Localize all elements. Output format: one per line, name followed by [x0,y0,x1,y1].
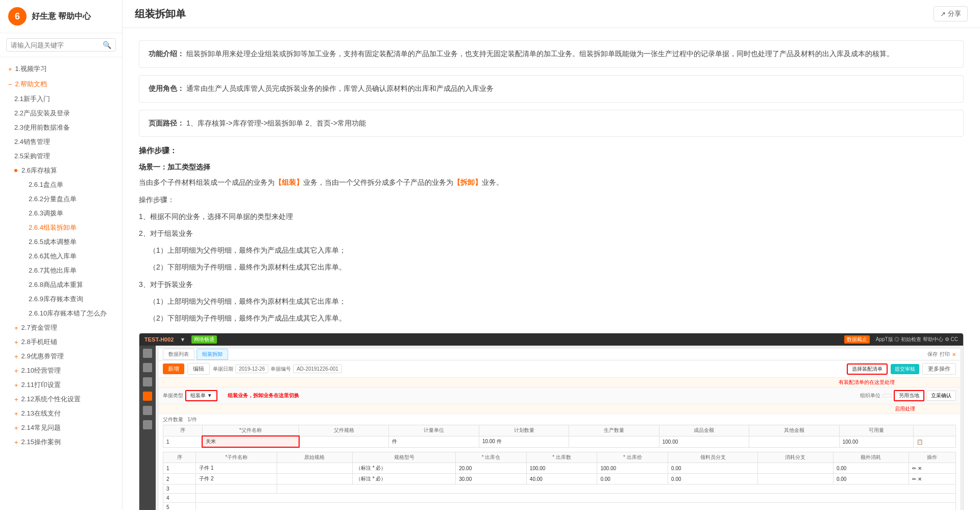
sidebar-item-2-14[interactable]: + 2.14常见问题 [14,421,122,435]
mock-type-select[interactable]: 组装单 ▼ [185,390,217,401]
sidebar-item-2-6-3[interactable]: 2.6.3调拨单 [29,206,122,221]
mock-lth-8: 消耗分支 [757,452,833,463]
mock-header-right: AppT版 ◎ 初始检查 帮助中心 ⚙ CC [876,336,958,343]
sidebar-item-2-3-label: 2.3使用前数据准备 [14,123,70,132]
mock-tab-detail: 组装拆卸 [197,349,228,360]
sidebar-item-2-6-label: 2.6库存核算 [21,166,57,175]
sidebar-item-2-6-5[interactable]: 2.6.5成本调整单 [29,235,122,249]
mock-lrow1-1: 子件 1 [196,463,277,474]
mock-type-val: 组装单 [190,393,206,398]
sidebar-item-2-6-8[interactable]: 2.6.8商品成本重算 [29,278,122,292]
mock-icon-2 [143,363,152,372]
sidebar-item-1[interactable]: + 1.视频学习 [0,61,122,77]
logo-text: 好生意 帮助中心 [32,11,91,22]
page-title: 组装拆卸单 [135,7,186,21]
mock-lower-table: 序 *子件名称 原始规格 规格型号 * 出库仓 * 出库数 * 出库价 领料员分… [163,452,956,510]
sidebar-item-2-3[interactable]: 2.3使用前数据准备 [14,120,122,135]
mock-btn-new[interactable]: 新增 [163,363,184,374]
role-label: 使用角色： [149,84,184,92]
mock-app-id: TEST-H002 [144,336,174,343]
sidebar-item-2-6-7[interactable]: 2.6.7其他出库单 [29,263,122,278]
mock-annotation-row2: 启用处理 [159,404,960,414]
share-icon: ↗ [940,10,946,18]
mock-lrow2-5: 40.00 [526,474,597,484]
mock-icon-1 [143,349,152,358]
mock-org-val [883,394,892,397]
mock-lrow1-7: 0.00 [668,463,758,474]
intro-label: 功能介绍： [149,50,184,58]
sidebar-item-2-12[interactable]: + 2.12系统个性化设置 [14,392,122,406]
mock-btn-more[interactable]: 更多操作 [922,363,956,375]
mock-lrow2-2 [277,474,353,484]
mock-th-4: 计划数量 [479,425,569,436]
mock-upper-table-area: 父件数量 1/件 序 *父件名称 父件规格 计量单位 计划数量 生产数量 [159,414,960,450]
mock-tab-row: 数据列表 组装拆卸 保存 打印 ✕ [159,349,960,360]
role-block: 使用角色： 通常由生产人员或库管人员完成拆装业务的操作，库管人员确认原材料的出库… [139,75,964,103]
sidebar-item-2-6-2-label: 2.6.2分量盘点单 [29,195,77,204]
search-input[interactable] [11,41,103,49]
mock-icon-5 [143,406,152,415]
mock-icon-3 [143,377,152,386]
path-text: 1、库存核算->库存管理->组装拆卸单 2、首页->常用功能 [186,119,366,127]
sidebar-item-2-11[interactable]: + 2.11打印设置 [14,378,122,392]
mock-th-2: 父件规格 [299,425,389,436]
expand-icon-2-15: + [14,439,18,446]
sidebar-item-2-6-10[interactable]: 2.6.10库存账本错了怎么办 [29,306,122,321]
sidebar-item-2-6-2[interactable]: 2.6.2分量盘点单 [29,192,122,206]
sidebar-item-2-2[interactable]: 2.2产品安装及登录 [14,106,122,120]
sidebar-item-2-4[interactable]: 2.4销售管理 [14,135,122,149]
search-area: 🔍 [0,33,122,57]
mock-lower-table-area: 序 *子件名称 原始规格 规格型号 * 出库仓 * 出库数 * 出库价 领料员分… [159,450,960,510]
mock-btn-edit[interactable]: 编辑 [187,363,210,375]
logo-area: 6 好生意 帮助中心 [0,0,122,33]
sidebar-item-2-7-label: 2.7资金管理 [21,323,57,332]
mock-btn-confirm[interactable]: 立采确认 [926,391,956,401]
mock-lrow1-9: 0.00 [833,463,909,474]
mock-lower-row-1: 1 子件 1 （标注 * 必） 20.00 100.00 100.00 0.00 [163,463,956,474]
mock-tab-actions: 保存 打印 ✕ [927,351,956,358]
annotation-enable: 启用处理 [895,405,915,412]
mock-lrow1-0: 1 [163,463,196,474]
sidebar-item-2-1[interactable]: 2.1新手入门 [14,92,122,106]
sidebar-item-2-15[interactable]: + 2.15操作案例 [14,435,122,449]
mock-btn-submit[interactable]: 提交审核 [891,364,919,374]
sidebar-item-2-7[interactable]: + 2.7资金管理 [14,321,122,335]
sidebar-item-2-2-label: 2.2产品安装及登录 [14,109,70,118]
sidebar-item-2-6[interactable]: 2.6库存核算 [14,163,122,178]
mock-th-1: *父件名称 [202,425,299,436]
sidebar-item-2[interactable]: − 2.帮助文档 [0,77,122,92]
ops-title: 操作步骤： [139,146,964,156]
mock-lower-row-2: 2 子件 2 （标注 * 必） 30.00 40.00 0.00 0.00 [163,474,956,484]
sidebar-item-2-6-4[interactable]: 2.6.4组装拆卸单 [29,221,122,235]
mock-th-3: 计量单位 [389,425,479,436]
sidebar-item-1-label: 1.视频学习 [15,64,47,74]
mock-assembly-select: 选择装配清单 [847,363,888,375]
mock-action-save: 保存 [927,351,938,358]
sidebar-item-2-11-label: 2.11打印设置 [21,380,61,390]
sidebar-item-2-6-6[interactable]: 2.6.6其他入库单 [29,249,122,263]
sidebar-item-2-10[interactable]: + 2.10经营管理 [14,363,122,378]
sidebar-item-2-5[interactable]: 2.5采购管理 [14,149,122,163]
mock-type-arrow: ▼ [207,393,212,398]
mock-lrow1-4: 20.00 [456,463,527,474]
mock-lrow2-1: 子件 2 [196,474,277,484]
share-button[interactable]: ↗ 分享 [934,6,968,21]
mock-billno-val: AD-20191226-001 [293,365,342,373]
mock-upper-td-unit: 件 [389,436,479,447]
scene1-desc: 当由多个子件材料组装成一个成品的业务为【组装】业务，当由一个父件拆分成多个子产品… [139,176,964,189]
mock-lrow2-10: ✏ ✕ [909,474,955,484]
search-icon[interactable]: 🔍 [103,41,111,49]
step1: 1、根据不同的业务，选择不同单据的类型来处理 [139,210,964,223]
mock-right-controls: 选择装配清单 提交审核 更多操作 [847,363,956,375]
sidebar-item-2-13[interactable]: + 2.13在线支付 [14,406,122,421]
sidebar-item-2-6-1[interactable]: 2.6.1盘点单 [29,178,122,192]
expand-icon-2-11: + [14,381,18,389]
sidebar-item-2-9[interactable]: + 2.9优惠券管理 [14,349,122,363]
sidebar-item-2-8[interactable]: + 2.8手机旺铺 [14,335,122,349]
expand-icon-1: + [8,65,12,73]
content-area: 功能介绍： 组装拆卸单用来处理企业组装或拆卸等加工业务，支持有固定装配清单的产品… [122,28,980,510]
sidebar-item-2-6-9[interactable]: 2.6.9库存账本查询 [29,292,122,306]
sidebar-item-2-6-8-label: 2.6.8商品成本重算 [29,280,83,289]
sidebar-item-2-6-10-label: 2.6.10库存账本错了怎么办 [29,309,107,318]
mock-lth-2: 原始规格 [277,452,353,463]
